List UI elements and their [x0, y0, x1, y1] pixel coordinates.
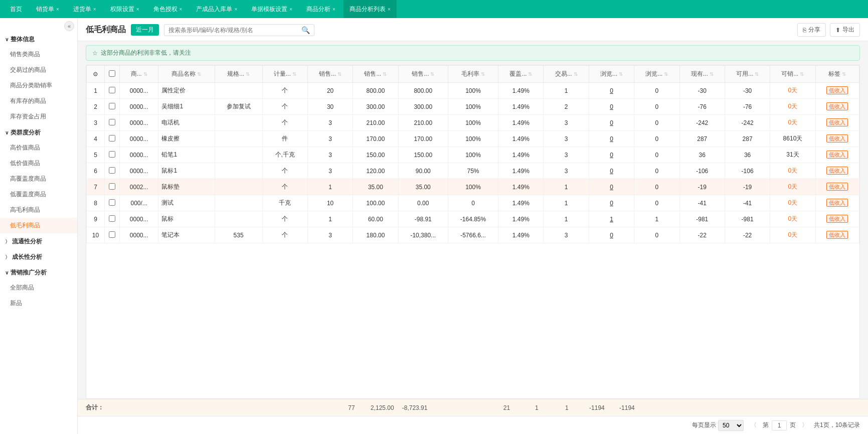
sidebar-item-high-value[interactable]: 高价值商品	[0, 140, 77, 156]
row-spec	[215, 131, 262, 147]
sidebar-item-sales-products[interactable]: 销售类商品	[0, 47, 77, 62]
row-checkbox[interactable]	[109, 215, 115, 222]
sidebar-item-low-value[interactable]: 低价值商品	[0, 156, 77, 171]
col-current-stock[interactable]: 现有...⇅	[679, 66, 725, 83]
close-icon[interactable]: ×	[56, 7, 59, 12]
col-views1[interactable]: 浏览...⇅	[589, 66, 634, 83]
row-sales-amount: 35.00	[353, 179, 398, 195]
close-icon[interactable]: ×	[234, 7, 237, 12]
nav-product-analysis[interactable]: 商品分析 ×	[300, 0, 341, 18]
sidebar-item-capital[interactable]: 库存资金占用	[0, 109, 77, 124]
nav-role-auth[interactable]: 角色授权 ×	[147, 0, 189, 18]
close-icon[interactable]: ×	[388, 7, 391, 12]
views1-link[interactable]: 0	[610, 103, 613, 110]
row-name[interactable]: 属性定价	[158, 83, 215, 99]
row-name[interactable]: 笔记本	[158, 227, 215, 243]
row-name[interactable]: 铅笔1	[158, 147, 215, 163]
views1-link[interactable]: 0	[610, 200, 613, 207]
col-settings[interactable]: ⚙	[87, 66, 105, 83]
nav-product-analysis-list[interactable]: 商品分析列表 ×	[343, 0, 397, 18]
col-coverage[interactable]: 覆盖...⇅	[498, 66, 544, 83]
close-icon[interactable]: ×	[289, 7, 292, 12]
sidebar-group-cluster[interactable]: ∨ 类群度分析	[0, 124, 77, 140]
views1-link[interactable]: 1	[610, 216, 613, 223]
period-button[interactable]: 近一月	[131, 24, 159, 36]
close-icon[interactable]: ×	[93, 7, 96, 12]
nav-product-entry[interactable]: 产成品入库单 ×	[190, 0, 243, 18]
col-views2[interactable]: 浏览...⇅	[634, 66, 679, 83]
col-transaction[interactable]: 交易...⇅	[544, 66, 589, 83]
row-name[interactable]: 橡皮擦	[158, 131, 215, 147]
col-name[interactable]: 商品名称⇅	[158, 66, 215, 83]
col-tag[interactable]: 标签⇅	[815, 66, 859, 83]
views1-link[interactable]: 0	[610, 184, 613, 191]
sidebar-item-new-products[interactable]: 新品	[0, 296, 77, 311]
sidebar-item-category-rate[interactable]: 商品分类助销率	[0, 78, 77, 93]
row-views1: 0	[589, 195, 634, 211]
search-input[interactable]	[168, 27, 299, 34]
row-name[interactable]: 鼠标1	[158, 163, 215, 179]
close-icon[interactable]: ×	[136, 7, 139, 12]
col-sales-profit[interactable]: 销售...⇅	[398, 66, 448, 83]
search-icon[interactable]: 🔍	[301, 26, 310, 34]
col-unit[interactable]: 计量...⇅	[262, 66, 307, 83]
col-gross-rate[interactable]: 毛利率⇅	[448, 66, 498, 83]
row-name[interactable]: 测试	[158, 195, 215, 211]
row-checkbox[interactable]	[109, 199, 115, 206]
row-name[interactable]: 鼠标	[158, 211, 215, 227]
col-available[interactable]: 可用...⇅	[725, 66, 770, 83]
row-sales-qty: 10	[307, 195, 353, 211]
row-transaction: 1	[544, 179, 589, 195]
sidebar-group-marketing[interactable]: ∨ 营销推广分析	[0, 264, 77, 280]
sidebar-item-all-products[interactable]: 全部商品	[0, 280, 77, 296]
sidebar-group-overall[interactable]: ∨ 整体信息	[0, 31, 77, 47]
row-checkbox[interactable]	[109, 87, 115, 93]
page-size-select[interactable]: 20 50 100	[718, 420, 744, 431]
sidebar-item-low-coverage[interactable]: 低覆盖度商品	[0, 187, 77, 202]
col-sellable[interactable]: 可销...⇅	[770, 66, 815, 83]
sidebar-item-traded-products[interactable]: 交易过的商品	[0, 62, 77, 78]
nav-template-settings[interactable]: 单据模板设置 ×	[245, 0, 298, 18]
views1-link[interactable]: 0	[610, 232, 613, 239]
next-page-button[interactable]: 〉	[799, 420, 811, 430]
row-checkbox[interactable]	[109, 183, 115, 190]
nav-home[interactable]: 首页	[4, 0, 28, 18]
row-checkbox[interactable]	[109, 103, 115, 109]
prev-page-button[interactable]: 〈	[748, 420, 760, 430]
views1-link[interactable]: 0	[610, 168, 613, 175]
sidebar-item-in-stock[interactable]: 有库存的商品	[0, 93, 77, 109]
row-code: 0000...	[120, 115, 158, 131]
sidebar-item-high-profit[interactable]: 高毛利商品	[0, 202, 77, 218]
row-checkbox[interactable]	[109, 119, 115, 125]
close-icon[interactable]: ×	[180, 7, 183, 12]
row-name[interactable]: 吴细细1	[158, 99, 215, 115]
views1-link[interactable]: 0	[610, 152, 613, 159]
col-spec[interactable]: 规格...⇅	[215, 66, 262, 83]
nav-purchase-order[interactable]: 进货单 ×	[67, 0, 102, 18]
sidebar-item-low-profit[interactable]: 低毛利商品	[0, 218, 77, 233]
row-name[interactable]: 鼠标垫	[158, 179, 215, 195]
sidebar-group-growth[interactable]: 〉 成长性分析	[0, 249, 77, 264]
row-checkbox[interactable]	[109, 231, 115, 238]
sidebar-collapse-btn[interactable]: «	[64, 21, 74, 31]
nav-permissions[interactable]: 权限设置 ×	[104, 0, 145, 18]
col-sales-qty[interactable]: 销售...⇅	[307, 66, 353, 83]
views1-link[interactable]: 0	[610, 135, 613, 142]
select-all-checkbox[interactable]	[109, 70, 115, 77]
row-name[interactable]: 电话机	[158, 115, 215, 131]
views1-link[interactable]: 0	[610, 119, 613, 126]
col-sales-amount[interactable]: 销售...⇅	[353, 66, 398, 83]
sidebar-group-liquidity[interactable]: 〉 流通性分析	[0, 233, 77, 249]
col-code[interactable]: 商...⇅	[120, 66, 158, 83]
export-button[interactable]: ⬆ 导出	[830, 23, 860, 37]
share-button[interactable]: ⎘ 分享	[797, 23, 826, 37]
row-checkbox[interactable]	[109, 167, 115, 174]
views1-link[interactable]: 0	[610, 87, 613, 94]
close-icon[interactable]: ×	[332, 7, 335, 12]
sidebar-item-high-coverage[interactable]: 高覆盖度商品	[0, 171, 77, 187]
row-checkbox[interactable]	[109, 135, 115, 141]
nav-sales-order[interactable]: 销货单 ×	[30, 0, 65, 18]
row-sales-amount: 800.00	[353, 83, 398, 99]
row-checkbox[interactable]	[109, 151, 115, 158]
row-code: 0000...	[120, 99, 158, 115]
